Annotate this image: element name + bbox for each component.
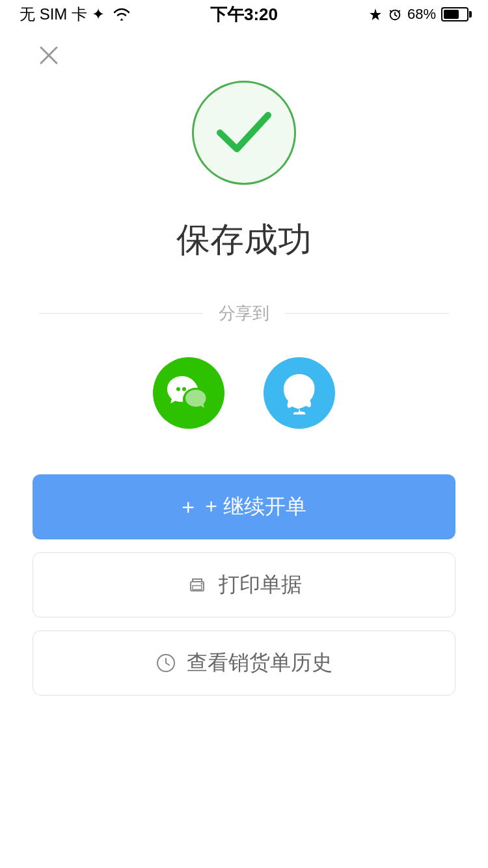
sim-status: 无 SIM 卡 ✦ [20, 4, 105, 25]
history-label: 查看销货单历史 [187, 649, 332, 677]
battery-icon [441, 7, 468, 21]
share-icons [153, 357, 335, 429]
share-divider: 分享到 [0, 302, 488, 325]
svg-rect-6 [193, 586, 202, 590]
battery-percentage: 68% [407, 6, 436, 23]
divider-right [285, 313, 449, 314]
wifi-icon [111, 7, 132, 22]
qq-icon [280, 372, 318, 414]
svg-point-4 [182, 387, 186, 391]
plus-icon: + [182, 495, 195, 520]
wechat-icon [166, 373, 211, 413]
main-content: 保存成功 分享到 + + 继续开单 [0, 29, 488, 696]
divider-left [39, 313, 203, 314]
history-icon [156, 653, 176, 673]
svg-point-3 [176, 387, 180, 391]
success-title: 保存成功 [176, 217, 312, 263]
alarm-icon [388, 7, 402, 21]
status-bar: 无 SIM 卡 ✦ 下午3:20 68% [0, 0, 488, 29]
share-label: 分享到 [203, 302, 285, 325]
svg-point-7 [201, 583, 203, 585]
qq-share-button[interactable] [264, 357, 335, 429]
checkmark-icon [215, 110, 273, 156]
action-buttons: + + 继续开单 打印单据 查看销货单历史 [0, 474, 488, 696]
close-icon [37, 44, 61, 67]
wechat-share-button[interactable] [153, 357, 224, 429]
continue-order-label: + 继续开单 [205, 493, 306, 521]
close-button[interactable] [33, 39, 65, 72]
print-icon [186, 574, 208, 596]
print-button[interactable]: 打印单据 [33, 552, 455, 617]
status-left: 无 SIM 卡 ✦ [20, 4, 132, 25]
success-circle [192, 81, 296, 185]
status-time: 下午3:20 [210, 3, 278, 26]
continue-order-button[interactable]: + + 继续开单 [33, 474, 455, 539]
print-label: 打印单据 [219, 571, 302, 599]
location-icon [368, 7, 383, 21]
history-button[interactable]: 查看销货单历史 [33, 631, 455, 696]
status-right: 68% [368, 6, 468, 23]
